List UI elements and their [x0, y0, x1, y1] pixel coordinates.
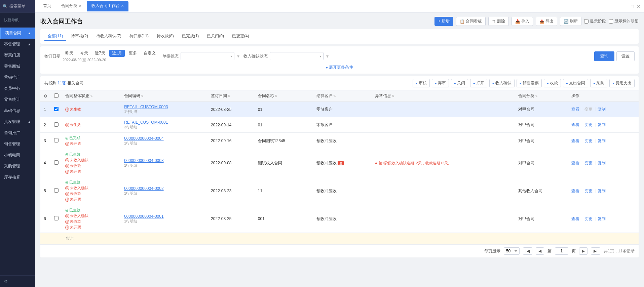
current-page-input[interactable]: [555, 247, 568, 255]
sidebar-item-retail_stat[interactable]: 零售统计: [0, 94, 35, 105]
sidebar-settings[interactable]: ⚙: [0, 275, 35, 287]
first-page-btn[interactable]: |◀: [523, 247, 532, 255]
contract-code-link[interactable]: RETAIL_CUSTOM-0001: [124, 120, 168, 125]
table-btn-abandon[interactable]: ●弃审: [432, 79, 449, 87]
prev-page-btn[interactable]: ◀: [536, 247, 544, 255]
copy-link[interactable]: 复制: [598, 216, 606, 222]
row-checkbox[interactable]: [54, 138, 59, 142]
quick-nav-label[interactable]: 快捷导航: [0, 15, 35, 25]
date-opt-more[interactable]: 更多: [126, 50, 140, 57]
select-all-checkbox[interactable]: [54, 93, 59, 98]
contract-code-link[interactable]: 0000000000004-0002: [124, 186, 163, 191]
date-opt-custom[interactable]: 自定义: [141, 50, 158, 57]
table-btn-income_confirm[interactable]: ●收入确认: [489, 79, 515, 87]
dashboard-button[interactable]: 📋 合同看板: [456, 17, 486, 26]
table-btn-purchase[interactable]: ●采购: [590, 79, 607, 87]
sidebar-item-base_info[interactable]: 基础信息: [0, 105, 35, 116]
settings-icon[interactable]: ⚙: [44, 94, 47, 98]
sidebar-item-retail_mgmt[interactable]: 零售管理▲: [0, 39, 35, 50]
edit-link[interactable]: 变更: [584, 138, 593, 144]
income-status-select[interactable]: [270, 52, 324, 60]
edit-link[interactable]: 变更: [584, 107, 593, 112]
tab-income_workbench[interactable]: 收入合同工作台✕: [87, 1, 128, 11]
doc-status-select[interactable]: [181, 52, 234, 60]
view-link[interactable]: 查看: [571, 122, 579, 128]
date-opt-last1month[interactable]: 近1月: [109, 50, 125, 57]
row-checkbox[interactable]: [54, 216, 59, 220]
sidebar-item-marketing[interactable]: 营销推广: [0, 72, 35, 83]
copy-link[interactable]: 复制: [598, 107, 606, 112]
edit-link[interactable]: 变更: [584, 122, 593, 128]
refresh-button[interactable]: 🔄 刷新: [560, 17, 581, 26]
query-button[interactable]: 查询: [594, 51, 614, 61]
filter-tab-pending_invoice[interactable]: 待开票(11): [126, 32, 152, 41]
row-checkbox[interactable]: [54, 160, 59, 165]
tab-close-icon[interactable]: ✕: [121, 4, 124, 8]
sidebar-item-retail_mall[interactable]: 零售商城: [0, 61, 35, 72]
setting-button[interactable]: 设置: [616, 51, 635, 61]
contract-code-link[interactable]: 0000000000004-0004: [124, 136, 163, 141]
copy-link[interactable]: 复制: [598, 160, 606, 166]
edit-link[interactable]: 变更: [584, 188, 593, 194]
filter-tab-completed[interactable]: 已完成(1): [179, 32, 202, 41]
sidebar-item-project[interactable]: 项目合同▲: [0, 28, 35, 39]
view-link[interactable]: 查看: [571, 107, 579, 112]
filter-tab-closed[interactable]: 已关闭(0): [203, 32, 227, 41]
table-scroll[interactable]: ⚙ 合同整体状态⇅ 合同编码⇅ 签订日期⇅ 合同名称⇅ 结算客户⇅ 异常信息⇅ …: [40, 90, 639, 244]
close-btn[interactable]: ✕: [637, 4, 641, 9]
tab-close-icon[interactable]: ✕: [79, 4, 81, 8]
table-btn-expense_out[interactable]: ●费用支出: [609, 79, 635, 87]
table-btn-print[interactable]: ●打开: [470, 79, 487, 87]
next-page-btn[interactable]: ▶: [579, 247, 588, 255]
table-btn-collect[interactable]: ●收款: [544, 79, 561, 87]
view-link[interactable]: 查看: [571, 188, 579, 194]
row-checkbox[interactable]: [54, 188, 59, 193]
show-detail-checkbox[interactable]: 显示标的明细: [609, 18, 639, 24]
filter-tab-pending_confirm[interactable]: 待收入确认(7): [93, 32, 125, 41]
contract-code-link[interactable]: RETAIL_CUSTOM-0003: [124, 105, 168, 109]
sidebar-search[interactable]: 🔍 搜索菜单: [0, 0, 35, 13]
contract-code-link[interactable]: 0000000000004-0003: [124, 158, 163, 163]
sidebar-item-ecommerce[interactable]: 小畅电商: [0, 150, 35, 161]
date-opt-today[interactable]: 今天: [77, 50, 91, 57]
filter-tab-pending_collect[interactable]: 待收款(8): [153, 32, 177, 41]
sidebar-item-marketing2[interactable]: 营销推广: [0, 127, 35, 138]
table-btn-audit[interactable]: ●审核: [413, 79, 430, 87]
export-button[interactable]: 📤 导出: [536, 17, 557, 26]
copy-link[interactable]: 复制: [598, 188, 606, 194]
table-btn-sales_invoice[interactable]: ●销售发票: [517, 79, 542, 87]
filter-tab-all[interactable]: 全部(11): [44, 32, 66, 41]
table-btn-close[interactable]: ●关闭: [451, 79, 468, 87]
date-opt-yesterday[interactable]: 昨天: [63, 50, 76, 57]
add-button[interactable]: + 新增: [434, 17, 453, 26]
sidebar-item-member[interactable]: 会员中心: [0, 83, 35, 94]
table-btn-output_contract[interactable]: ●支出合同: [563, 79, 588, 87]
copy-link[interactable]: 复制: [598, 122, 606, 128]
row-checkbox[interactable]: [54, 122, 59, 127]
view-link[interactable]: 查看: [571, 216, 579, 222]
minimize-btn[interactable]: —: [624, 4, 629, 9]
sidebar-item-inventory[interactable]: 库存核算: [0, 172, 35, 183]
expand-button[interactable]: ▾ 展开更多条件: [326, 65, 353, 70]
show-stages-checkbox[interactable]: 显示阶段: [584, 18, 606, 24]
date-opt-last7[interactable]: 近7天: [92, 50, 108, 57]
sidebar-item-smart_store[interactable]: 智慧门店: [0, 50, 35, 61]
view-link[interactable]: 查看: [571, 160, 579, 166]
sidebar-item-wholesale[interactable]: 批发管理▲: [0, 116, 35, 127]
delete-button[interactable]: 🗑 删除: [488, 17, 509, 26]
filter-tab-pending_audit[interactable]: 待审核(2): [68, 32, 91, 41]
view-link[interactable]: 查看: [571, 138, 579, 144]
last-page-btn[interactable]: ▶|: [591, 247, 600, 255]
edit-link[interactable]: 变更: [584, 160, 593, 166]
sidebar-item-sales_mgmt[interactable]: 销售管理: [0, 138, 35, 150]
tab-contract_cat[interactable]: 合同分类✕: [56, 1, 86, 11]
row-checkbox[interactable]: [54, 107, 59, 111]
maximize-btn[interactable]: □: [631, 4, 634, 9]
tab-home[interactable]: 首页: [38, 1, 56, 11]
copy-link[interactable]: 复制: [598, 138, 606, 144]
filter-tab-changed[interactable]: 已变更(4): [229, 32, 253, 41]
import-button[interactable]: 📥 导入: [512, 17, 533, 26]
edit-link[interactable]: 变更: [584, 216, 593, 222]
contract-code-link[interactable]: 0000000000004-0001: [124, 214, 163, 219]
page-size-select[interactable]: 50 100 200: [504, 247, 520, 255]
